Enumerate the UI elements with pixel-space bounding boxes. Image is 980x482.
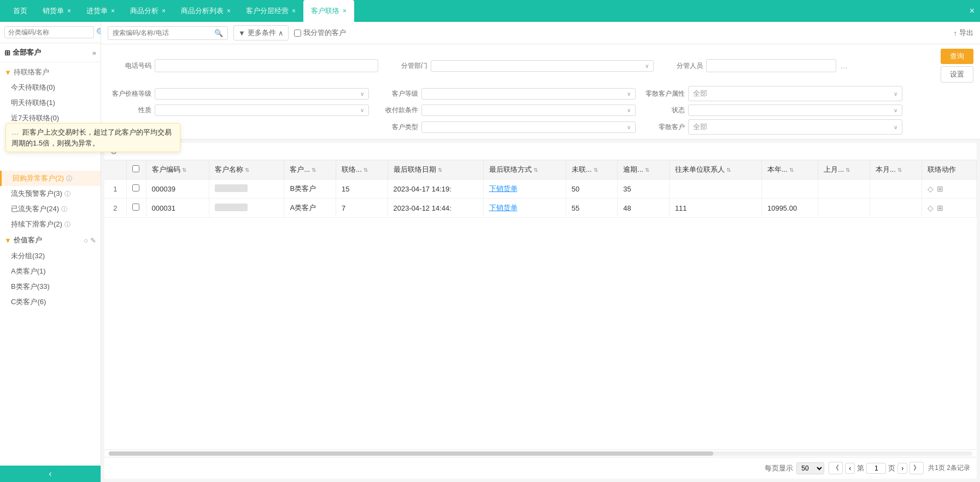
col-overdue[interactable]: 逾期... ⇅ [618,160,670,179]
filter-payment-select[interactable]: ∨ [421,104,636,116]
col-checkbox[interactable] [126,160,146,179]
horizontal-scrollbar[interactable] [104,449,977,457]
filter-dept-select[interactable]: ∨ [431,60,654,72]
filter-customer-grade-select[interactable]: ∨ [421,88,636,100]
col-this-month[interactable]: 本月... ⇅ [870,160,922,179]
my-customers-checkbox[interactable]: 我分管的客户 [294,28,346,38]
sidebar-all-customers[interactable]: ⊞ 全部客户 » [0,43,101,62]
close-customer-contact-icon[interactable]: × [343,7,347,15]
nav-item-customer-tier[interactable]: 客户分层经营 × [238,0,303,22]
scrollbar-thumb [109,451,713,456]
row-2-checkbox[interactable] [126,199,146,218]
filter-status-select[interactable]: ∨ [688,104,902,116]
col-last-month[interactable]: 上月... ⇅ [818,160,870,179]
col-contact[interactable]: 联络... ⇅ [336,160,388,179]
filter-payment-label: 收付款条件 [374,106,418,115]
first-page-btn[interactable]: 《 [829,462,843,474]
sidebar-item-class-b[interactable]: B类客户(33) [0,279,101,294]
nav-item-customer-contact[interactable]: 客户联络 × [303,0,354,22]
col-uncontacted[interactable]: 未联... ⇅ [566,160,618,179]
filter-customer-type-select[interactable]: ∨ [421,121,636,133]
sidebar-bottom-bar[interactable]: ‹ [0,466,101,482]
filter-payment: 收付款条件 ∨ [374,104,636,116]
row-2-code: 000031 [146,199,209,218]
filter-retail-attr-select[interactable]: 全部 ∨ [688,86,902,101]
filter-search-icon[interactable]: 🔍 [214,29,223,37]
close-purchase-icon[interactable]: × [111,7,115,15]
row-2-select[interactable] [132,204,139,211]
sidebar-search-container: 🔍 [0,22,101,43]
nav-item-analysis-list[interactable]: 商品分析列表 × [173,0,238,22]
filter-bar: 🔍 ▼ 更多条件 ∧ 我分管的客户 ↑ 导出 [101,22,980,44]
sidebar-collapse-icon[interactable]: » [92,49,96,57]
my-customers-input[interactable] [294,30,301,37]
row-2-name[interactable] [209,199,284,218]
table-wrapper[interactable]: 客户编码 ⇅ 客户名称 ⇅ [104,160,977,449]
filter-manager-input[interactable] [706,59,836,72]
sidebar-item-repurchase-abnormal[interactable]: 回购异常客户(2) ⓘ [0,171,101,186]
filter-retail-customer-select[interactable]: 全部 ∨ [688,119,902,135]
sidebar-item-class-c[interactable]: C类客户(6) [0,294,101,310]
edit-icon[interactable]: ○ [84,236,88,245]
row-1-more-icon[interactable]: ⊞ [937,184,943,193]
row-2-type: A类客户 [284,199,336,218]
page-input[interactable] [866,463,886,474]
query-button[interactable]: 查询 [941,49,973,64]
col-code[interactable]: 客户编码 ⇅ [146,160,209,179]
row-1-checkbox[interactable] [126,179,146,199]
col-type[interactable]: 客户... ⇅ [284,160,336,179]
col-unit-contact[interactable]: 往来单位联系人 ⇅ [669,160,761,179]
filter-customer-grade: 客户等级 ∨ [374,88,636,100]
sidebar-item-ungroup[interactable]: 未分组(32) [0,248,101,264]
export-btn[interactable]: ↑ 导出 [954,28,974,38]
filter-nature-select[interactable]: ∨ [155,104,369,116]
col-action: 联络动作 [922,160,976,179]
window-close-icon[interactable]: × [970,6,975,16]
sidebar-item-class-a[interactable]: A类客户(1) [0,264,101,279]
nav-item-home[interactable]: 首页 [5,0,35,22]
sidebar-item-tomorrow[interactable]: 明天待联络(1) [0,95,101,111]
filter-phone-input[interactable] [155,59,378,72]
sidebar-item-today[interactable]: 今天待联络(0) [0,80,101,95]
close-analysis-list-icon[interactable]: × [227,7,231,15]
filter-more-btn[interactable]: ▼ 更多条件 ∧ [233,25,289,40]
col-last-date[interactable]: 最后联络日期 ⇅ [388,160,483,179]
sidebar-item-declining[interactable]: 持续下滑客户(2) ⓘ [0,217,101,232]
sidebar-value-customers[interactable]: ▼ 价值客户 ○ ✎ [0,232,101,248]
sidebar-item-churned[interactable]: 已流失客户(24) ⓘ [0,201,101,217]
col-name[interactable]: 客户名称 ⇅ [209,160,284,179]
row-1-select[interactable] [132,184,139,191]
close-sales-icon[interactable]: × [67,7,71,15]
last-page-btn[interactable]: 》 [909,462,924,474]
col-last-method[interactable]: 最后联络方式 ⇅ [483,160,566,179]
row-2-more-icon[interactable]: ⊞ [937,204,943,212]
next-page-btn[interactable]: › [897,463,907,474]
close-analysis-icon[interactable]: × [162,7,166,15]
row-2-this-year: 10995.00 [761,199,818,218]
filter-search-container: 🔍 [108,26,228,40]
filter-retail-attr: 零散客户属性 全部 ∨ [641,86,902,101]
row-1-last-date: 2023-04-17 14:19: [388,179,483,199]
prev-page-btn[interactable]: ‹ [845,463,855,474]
row-1-name[interactable] [209,179,284,199]
row-2-view-icon[interactable]: ◇ [928,204,934,212]
nav-item-sales[interactable]: 销货单 × [35,0,79,22]
filter-price-grade-select[interactable]: ∨ [155,88,369,100]
close-customer-tier-icon[interactable]: × [292,7,296,15]
filter-search-input[interactable] [113,29,211,37]
col-this-year[interactable]: 本年... ⇅ [761,160,818,179]
nav-item-purchase[interactable]: 进货单 × [79,0,122,22]
setting-button[interactable]: 设置 [941,66,973,83]
row-1-view-icon[interactable]: ◇ [928,184,934,193]
sidebar-search-icon[interactable]: 🔍 [96,28,101,37]
select-all-checkbox[interactable] [132,165,139,172]
sidebar-search-input[interactable] [4,26,94,38]
nav-item-analysis[interactable]: 商品分析 × [122,0,173,22]
sidebar-group-pending[interactable]: ▼ 待联络客户 [0,65,101,80]
sidebar-item-churn-warning[interactable]: 流失预警客户(3) ⓘ [0,186,101,201]
row-1-last-method[interactable]: 下销货单 [483,179,566,199]
row-2-last-method[interactable]: 下销货单 [483,199,566,218]
settings-icon2[interactable]: ✎ [90,236,96,245]
per-page-select[interactable]: 50 20 100 [796,462,824,474]
filter-manager-more[interactable]: … [838,60,850,72]
